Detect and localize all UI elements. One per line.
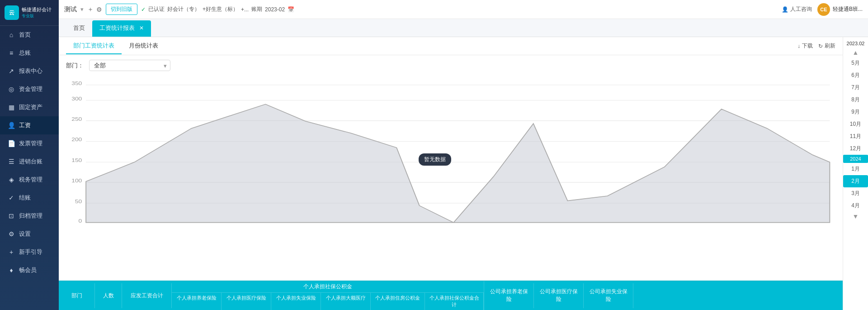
year-display[interactable]: 2023.02 [846, 39, 866, 48]
sidebar-item-invoice[interactable]: 📄发票管理 [0, 134, 59, 153]
logo-name: 畅捷通好会计 [22, 6, 52, 13]
th-total-salary: 应发工资合计 [122, 283, 172, 308]
year-2024-header[interactable]: 2024 [843, 155, 868, 163]
month-2024-4[interactable]: 4月 [843, 200, 868, 212]
month-8[interactable]: 8月 [843, 94, 868, 106]
th-company-medical: 公司承担医疗保险 [534, 283, 584, 308]
svg-text:200: 200 [71, 137, 82, 143]
month-10[interactable]: 10月 [843, 118, 868, 130]
month-2024-1[interactable]: 1月 [843, 163, 868, 175]
th-company-unemployment: 公司承担失业保险 [584, 283, 633, 308]
sidebar-label-settings: 设置 [19, 230, 31, 238]
th-company-unemployment-label: 公司承担失业保险 [587, 288, 629, 303]
year-up-btn[interactable]: ▲ [852, 48, 860, 57]
sidebar-menu: ⌂首页≡总账↗报表中心◎资金管理▦固定资产👤工资📄发票管理☰进销台账◈税务管理✓… [0, 26, 59, 310]
main-area: 测试 ▾ ＋ ⚙ 切到旧版 ✓ 已认证 好会计（专） +好生意（标） +... … [59, 0, 868, 310]
sidebar-item-checkout[interactable]: ✓结账 [0, 189, 59, 207]
tab-home[interactable]: 首页 [66, 20, 92, 37]
accounting-type: 好会计（专） [167, 5, 200, 13]
sidebar-item-salary[interactable]: 👤工资 [0, 116, 59, 134]
sidebar-item-settings[interactable]: ⚙设置 [0, 225, 59, 243]
svg-text:350: 350 [71, 80, 82, 86]
sidebar-label-ledger: 总账 [19, 49, 31, 57]
switch-version-btn[interactable]: 切到旧版 [106, 4, 137, 15]
consultant-icon: 👤 [782, 6, 788, 13]
download-btn[interactable]: ↓ 下载 [797, 42, 813, 50]
tab-close-btn[interactable]: ✕ [139, 25, 144, 31]
th-personal-unemployment: 个人承担失业保险 [271, 293, 321, 310]
sidebar-icon-funds: ◎ [7, 86, 15, 93]
tab-home-label: 首页 [73, 24, 85, 31]
sidebar-label-archive: 归档管理 [19, 212, 42, 220]
th-personal-housing-fund: 个人承担住房公积金 [371, 293, 425, 310]
salary-chart: 0 50 100 150 200 250 300 350 [66, 80, 835, 225]
th-company-pension: 公司承担养老保险 [484, 283, 534, 308]
month-11[interactable]: 11月 [843, 130, 868, 143]
no-data-text: 暂无数据 [424, 156, 446, 162]
sidebar-icon-home: ⌂ [7, 31, 15, 38]
refresh-label: 刷新 [825, 42, 835, 50]
topbar-add-btn[interactable]: ＋ [87, 5, 94, 14]
month-12[interactable]: 12月 [843, 143, 868, 155]
certified-icon: ✓ [141, 6, 146, 13]
topbar-status: ✓ 已认证 好会计（专） +好生意（标） +... 账期 2023-02 📅 [141, 5, 294, 13]
calendar-icon[interactable]: 📅 [288, 6, 294, 13]
topbar-title: 测试 [64, 5, 77, 14]
th-personal-pension: 个人承担养老保险 [172, 293, 222, 310]
topbar: 测试 ▾ ＋ ⚙ 切到旧版 ✓ 已认证 好会计（专） +好生意（标） +... … [59, 0, 868, 19]
month-5[interactable]: 5月 [843, 57, 868, 69]
month-6[interactable]: 6月 [843, 69, 868, 81]
tab-salary-report[interactable]: 工资统计报表 ✕ [92, 20, 151, 37]
svg-text:300: 300 [71, 95, 82, 102]
sub-tab-monthly-label: 月份统计表 [129, 42, 158, 49]
sidebar-item-archive[interactable]: ⊡归档管理 [0, 207, 59, 225]
sidebar-label-invoice: 发票管理 [19, 139, 42, 148]
th-count-label: 人数 [103, 292, 114, 300]
sidebar-item-guide[interactable]: +新手引导 [0, 243, 59, 261]
month-2024-2[interactable]: 2月 [843, 175, 868, 187]
sidebar-item-home[interactable]: ⌂首页 [0, 26, 59, 44]
sidebar-icon-reports: ↗ [7, 67, 15, 75]
period-label: 账期 [251, 5, 262, 13]
sidebar-label-tax: 税务管理 [19, 176, 42, 184]
sidebar: 云 畅捷通好会计 专业版 ⌂首页≡总账↗报表中心◎资金管理▦固定资产👤工资📄发票… [0, 0, 59, 310]
sidebar-item-reports[interactable]: ↗报表中心 [0, 62, 59, 80]
th-company-pension-label: 公司承担养老保险 [488, 288, 530, 303]
sub-tab-dept[interactable]: 部门工资统计表 [66, 38, 122, 54]
user-avatar: CE [817, 3, 830, 16]
svg-text:50: 50 [75, 198, 82, 205]
sidebar-icon-assets: ▦ [7, 104, 15, 111]
dept-select[interactable]: 全部 [89, 60, 170, 71]
refresh-btn[interactable]: ↻ 刷新 [818, 42, 835, 50]
sidebar-item-sales[interactable]: ☰进销台账 [0, 153, 59, 171]
sidebar-item-assets[interactable]: ▦固定资产 [0, 98, 59, 116]
refresh-icon: ↻ [818, 43, 823, 49]
main-panel: 部门工资统计表 月份统计表 ↓ 下载 ↻ 刷新 [59, 37, 843, 310]
download-label: 下载 [802, 42, 813, 50]
user-name: 轻捷通B班... [833, 5, 863, 13]
year-down-btn[interactable]: ▼ [852, 212, 860, 221]
topbar-settings-btn[interactable]: ⚙ [96, 6, 102, 13]
sidebar-item-funds[interactable]: ◎资金管理 [0, 80, 59, 98]
month-9[interactable]: 9月 [843, 106, 868, 118]
sidebar-logo: 云 畅捷通好会计 专业版 [0, 0, 59, 26]
sidebar-item-ledger[interactable]: ≡总账 [0, 44, 59, 62]
sidebar-item-member[interactable]: ♦畅会员 [0, 261, 59, 279]
month-2024-3[interactable]: 3月 [843, 187, 868, 200]
sidebar-item-tax[interactable]: ◈税务管理 [0, 171, 59, 189]
more-types: +... [241, 6, 249, 13]
sidebar-icon-sales: ☰ [7, 158, 15, 165]
svg-text:100: 100 [71, 177, 82, 184]
month-7[interactable]: 7月 [843, 81, 868, 94]
sidebar-label-checkout: 结账 [19, 194, 31, 202]
topbar-dropdown-arrow[interactable]: ▾ [80, 6, 84, 13]
consultant-btn[interactable]: 👤 人工咨询 [782, 5, 812, 13]
certified-status: 已认证 [148, 5, 165, 13]
th-personal-medical: 个人承担医疗保险 [222, 293, 271, 310]
dept-select-wrapper: 全部 ▾ [89, 60, 170, 71]
th-count: 人数 [95, 283, 122, 308]
svg-text:0: 0 [79, 218, 82, 224]
logo-icon-text: 云 [9, 9, 14, 17]
sub-tab-monthly[interactable]: 月份统计表 [122, 38, 165, 54]
th-company-medical-label: 公司承担医疗保险 [538, 288, 580, 303]
